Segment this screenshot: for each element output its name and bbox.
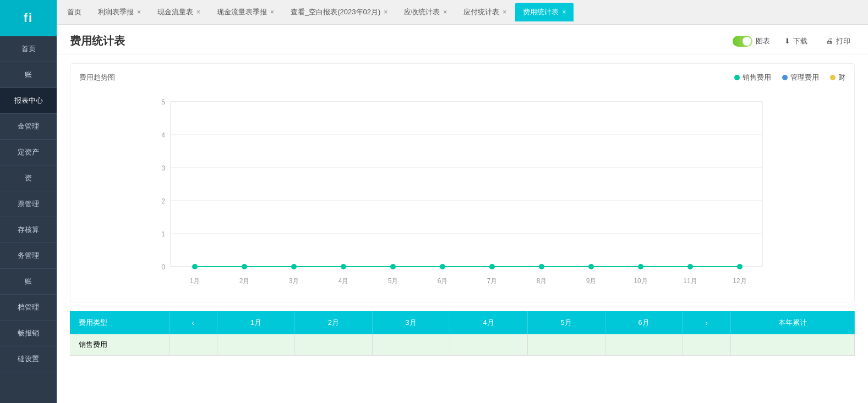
- svg-text:5月: 5月: [388, 277, 398, 285]
- prev-btn[interactable]: ‹: [169, 311, 217, 334]
- svg-text:0: 0: [161, 263, 165, 271]
- close-tab-cashflow-quarterly[interactable]: ×: [270, 8, 274, 16]
- chart-toggle-label: 图表: [756, 36, 770, 46]
- row-jun: [605, 334, 683, 356]
- main-area: 首页 利润表季报 × 现金流量表 × 现金流量表季报 × 查看_空白报表(202…: [57, 0, 868, 403]
- row-mar: [372, 334, 450, 356]
- col-jan: 1月: [217, 311, 294, 334]
- svg-text:12月: 12月: [733, 277, 746, 285]
- print-button[interactable]: 🖨 打印: [822, 34, 855, 48]
- svg-text:4: 4: [161, 131, 165, 139]
- svg-text:2月: 2月: [239, 277, 250, 285]
- sidebar-item-invoice[interactable]: 票管理: [0, 191, 57, 217]
- svg-text:6月: 6月: [438, 277, 448, 285]
- close-tab-receivable[interactable]: ×: [443, 8, 447, 16]
- legend-dot-admin: [782, 75, 788, 80]
- svg-text:4月: 4月: [339, 277, 349, 285]
- chart-toggle-switch[interactable]: [733, 36, 752, 47]
- svg-text:3: 3: [161, 164, 165, 172]
- col-feb: 2月: [294, 311, 372, 334]
- svg-text:8月: 8月: [537, 277, 547, 285]
- sidebar-item-inventory[interactable]: 存核算: [0, 217, 57, 243]
- tab-expense[interactable]: 费用统计表 ×: [515, 3, 574, 21]
- svg-point-36: [737, 264, 743, 269]
- col-type: 费用类型: [70, 311, 169, 334]
- row-nav-empty: [169, 334, 217, 356]
- close-tab-expense[interactable]: ×: [562, 8, 566, 16]
- legend-dot-finance: [830, 75, 836, 80]
- chart-svg-container: 5 4 3 2 1 0 1月 2月: [79, 88, 845, 293]
- sidebar-item-account[interactable]: 账: [0, 269, 57, 295]
- svg-text:7月: 7月: [487, 277, 498, 285]
- sidebar-item-home[interactable]: 首页: [0, 36, 57, 62]
- row-type-sales: 销售费用: [70, 334, 169, 356]
- page-title: 费用统计表: [70, 34, 125, 48]
- close-tab-payable[interactable]: ×: [503, 8, 506, 16]
- sidebar: fi 首页 账 报表中心 金管理 定资产 资 票管理 存核算 务管理 账 档管理…: [0, 0, 57, 403]
- svg-text:3月: 3月: [289, 277, 299, 285]
- legend-label-admin: 管理费用: [790, 73, 819, 82]
- tab-home[interactable]: 首页: [59, 3, 89, 21]
- sidebar-item-assets[interactable]: 定资产: [0, 140, 57, 165]
- page-header: 费用统计表 图表 ⬇ 下载 🖨 打印: [57, 25, 868, 54]
- svg-point-34: [638, 264, 643, 269]
- print-icon: 🖨: [826, 37, 833, 45]
- svg-point-35: [687, 264, 693, 269]
- legend-admin: 管理费用: [782, 73, 819, 82]
- svg-text:1月: 1月: [190, 277, 200, 285]
- svg-text:2: 2: [161, 197, 165, 205]
- svg-rect-12: [171, 102, 762, 267]
- sidebar-item-reports[interactable]: 报表中心: [0, 88, 57, 114]
- header-actions: 图表 ⬇ 下载 🖨 打印: [733, 34, 855, 48]
- tab-cashflow[interactable]: 现金流量表 ×: [150, 3, 208, 21]
- row-apr: [450, 334, 527, 356]
- sidebar-item-expense[interactable]: 畅报销: [0, 321, 57, 346]
- sidebar-item-settings[interactable]: 础设置: [0, 346, 57, 372]
- svg-point-26: [242, 264, 247, 269]
- svg-text:11月: 11月: [683, 277, 697, 285]
- svg-point-30: [440, 264, 445, 269]
- sidebar-item-service[interactable]: 务管理: [0, 243, 57, 269]
- col-jun: 6月: [605, 311, 683, 334]
- content-area: 费用统计表 图表 ⬇ 下载 🖨 打印 费用趋势图: [57, 25, 868, 403]
- sidebar-item-cash[interactable]: 金管理: [0, 114, 57, 140]
- col-total: 本年累计: [730, 311, 854, 334]
- row-may: [527, 334, 605, 356]
- svg-text:5: 5: [161, 98, 165, 106]
- legend-label-finance: 财: [838, 73, 845, 82]
- download-button[interactable]: ⬇ 下载: [780, 34, 812, 48]
- legend-sales: 销售费用: [734, 73, 771, 82]
- svg-point-28: [341, 264, 346, 269]
- next-btn[interactable]: ›: [683, 311, 730, 334]
- tab-cashflow-quarterly[interactable]: 现金流量表季报 ×: [209, 3, 282, 21]
- tab-receivable[interactable]: 应收统计表 ×: [396, 3, 455, 21]
- svg-point-27: [291, 264, 297, 269]
- svg-text:10月: 10月: [634, 277, 647, 285]
- chart-toggle-container[interactable]: 图表: [733, 36, 770, 47]
- table-row: 销售费用: [70, 334, 855, 356]
- chart-section: 费用趋势图 销售费用 管理费用 财: [70, 63, 855, 302]
- legend-label-sales: 销售费用: [743, 73, 771, 82]
- sidebar-item-ledger[interactable]: 账: [0, 62, 57, 88]
- row-total: [730, 334, 854, 356]
- svg-point-31: [489, 264, 495, 269]
- sidebar-item-salary[interactable]: 资: [0, 165, 57, 191]
- data-table: 费用类型 ‹ 1月 2月 3月 4月 5月 6月 › 本年累计 销售费用: [70, 311, 855, 356]
- sidebar-logo: fi: [0, 0, 57, 36]
- close-tab-blank-report[interactable]: ×: [384, 8, 387, 16]
- tabs-bar: 首页 利润表季报 × 现金流量表 × 现金流量表季报 × 查看_空白报表(202…: [57, 0, 868, 25]
- close-tab-profit[interactable]: ×: [137, 8, 141, 16]
- chart-title: 费用趋势图: [79, 73, 115, 82]
- line-chart: 5 4 3 2 1 0 1月 2月: [79, 88, 845, 291]
- legend-dot-sales: [734, 75, 740, 80]
- tab-blank-report[interactable]: 查看_空白报表(2023年02月) ×: [283, 3, 395, 21]
- tab-payable[interactable]: 应付统计表 ×: [456, 3, 514, 21]
- download-icon: ⬇: [784, 37, 790, 45]
- col-may: 5月: [527, 311, 605, 334]
- close-tab-cashflow[interactable]: ×: [196, 8, 200, 16]
- svg-text:1: 1: [161, 230, 165, 238]
- row-nav-end: [683, 334, 730, 356]
- download-label: 下载: [793, 36, 807, 46]
- tab-profit[interactable]: 利润表季报 ×: [90, 3, 149, 21]
- sidebar-item-archive[interactable]: 档管理: [0, 295, 57, 321]
